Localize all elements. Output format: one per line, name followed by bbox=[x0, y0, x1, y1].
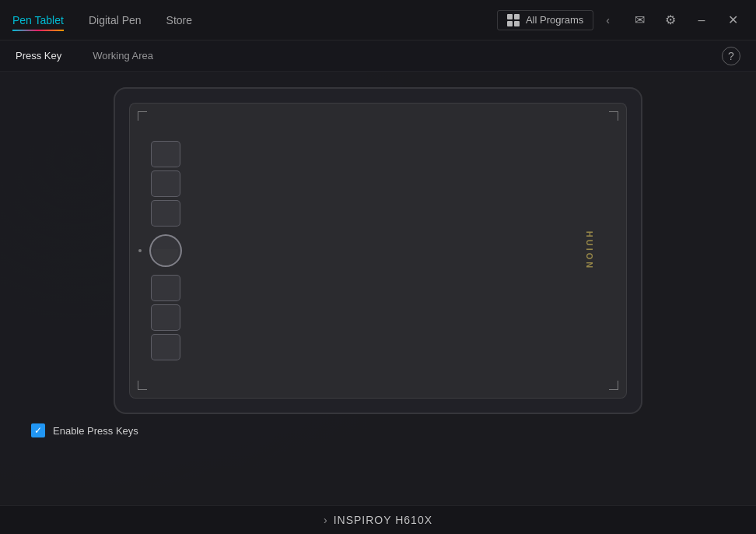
mail-icon[interactable]: ✉ bbox=[628, 9, 650, 31]
tab-digital-pen[interactable]: Digital Pen bbox=[89, 11, 142, 30]
press-key-5[interactable] bbox=[151, 304, 180, 331]
sub-header: Press Key Working Area ? bbox=[0, 40, 756, 72]
checkbox-check-icon: ✓ bbox=[34, 426, 42, 435]
corner-top-right bbox=[609, 111, 618, 121]
main-content: HUION ✓ Enable Press Keys bbox=[0, 72, 756, 505]
brand-label: HUION bbox=[585, 231, 594, 270]
title-bar-right: All Programs ‹ ✉ ⚙ – ✕ bbox=[497, 9, 744, 31]
press-key-4[interactable] bbox=[151, 275, 180, 301]
enable-press-keys-checkbox[interactable]: ✓ bbox=[31, 423, 45, 437]
help-button[interactable]: ? bbox=[722, 47, 740, 65]
scroll-dot bbox=[138, 249, 142, 252]
nav-tabs: Pen Tablet Digital Pen Store bbox=[12, 11, 497, 30]
close-button[interactable]: ✕ bbox=[722, 9, 744, 31]
device-name-label: INSPIROY H610X bbox=[334, 514, 432, 526]
programs-selector[interactable]: All Programs bbox=[497, 10, 593, 30]
device-footer[interactable]: › INSPIROY H610X bbox=[0, 505, 756, 534]
programs-back-button[interactable]: ‹ bbox=[600, 11, 616, 30]
programs-label: All Programs bbox=[526, 14, 583, 26]
enable-press-keys-row: ✓ Enable Press Keys bbox=[31, 423, 725, 437]
subtab-working-area[interactable]: Working Area bbox=[93, 50, 153, 61]
press-key-6[interactable] bbox=[151, 334, 180, 360]
tablet-illustration: HUION bbox=[114, 87, 642, 414]
minimize-button[interactable]: – bbox=[691, 9, 712, 31]
corner-top-left bbox=[138, 111, 147, 121]
press-key-1[interactable] bbox=[151, 141, 180, 167]
programs-grid-icon bbox=[507, 14, 520, 26]
app-window: Pen Tablet Digital Pen Store All Program… bbox=[0, 0, 756, 534]
scroll-wheel[interactable] bbox=[149, 234, 182, 267]
subtab-press-key[interactable]: Press Key bbox=[16, 50, 61, 61]
corner-bottom-left bbox=[138, 381, 147, 390]
device-chevron-icon: › bbox=[324, 514, 327, 526]
title-bar: Pen Tablet Digital Pen Store All Program… bbox=[0, 0, 756, 40]
press-key-2[interactable] bbox=[151, 170, 180, 197]
press-key-3[interactable] bbox=[151, 200, 180, 227]
tab-store[interactable]: Store bbox=[166, 11, 192, 30]
settings-icon[interactable]: ⚙ bbox=[660, 9, 681, 31]
tablet-surface: HUION bbox=[129, 103, 627, 399]
tab-pen-tablet[interactable]: Pen Tablet bbox=[12, 11, 64, 30]
corner-bottom-right bbox=[609, 381, 618, 390]
bottom-section: ✓ Enable Press Keys bbox=[16, 414, 740, 447]
press-keys-panel bbox=[149, 141, 182, 360]
title-bar-icons: ✉ ⚙ – ✕ bbox=[628, 9, 744, 31]
enable-press-keys-label: Enable Press Keys bbox=[53, 425, 138, 437]
